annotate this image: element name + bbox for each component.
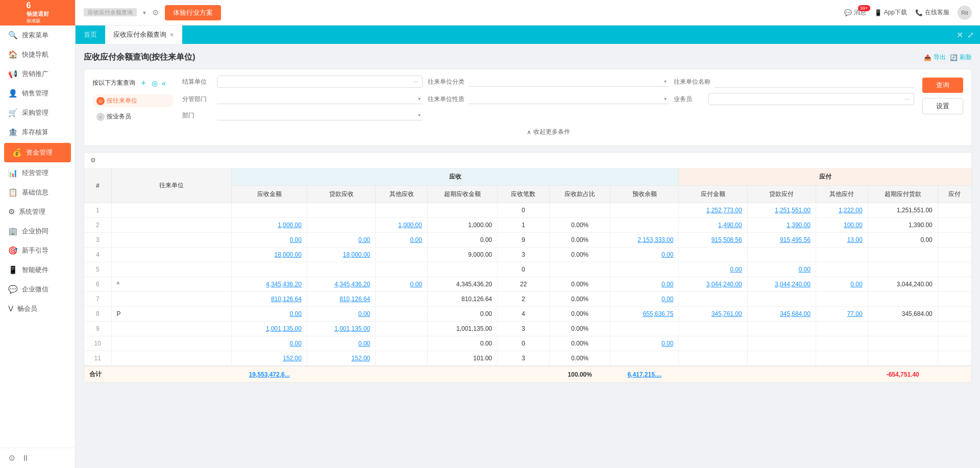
table-cell[interactable]: 0.00 [610, 277, 679, 292]
partner-nature-select[interactable]: ▾ [469, 94, 668, 104]
app-download-button[interactable]: 📱 App下载 [874, 8, 907, 17]
table-cell[interactable] [816, 322, 868, 336]
sidebar-item-basic[interactable]: 📋 基础信息 [0, 183, 75, 202]
table-settings-icon[interactable]: ⚙ [90, 157, 96, 164]
table-cell[interactable]: 0.00 [307, 307, 375, 322]
table-cell[interactable]: 1,390.00 [747, 218, 816, 233]
sidebar-item-inventory[interactable]: 🏦 库存核算 [0, 122, 75, 142]
tab-home[interactable]: 首页 [76, 26, 105, 44]
table-cell[interactable] [679, 336, 747, 351]
table-cell[interactable]: 1,490.00 [679, 218, 747, 233]
table-cell[interactable] [376, 262, 428, 277]
sidebar-item-operations[interactable]: 📊 经营管理 [0, 163, 75, 183]
table-cell[interactable] [610, 322, 679, 336]
table-cell[interactable]: 0.00 [679, 262, 747, 277]
table-cell[interactable]: 4,345,436.20 [307, 277, 375, 292]
table-cell[interactable] [376, 307, 428, 322]
table-cell[interactable] [376, 203, 428, 218]
table-cell[interactable] [679, 351, 747, 366]
table-cell[interactable] [610, 262, 679, 277]
filter-collapse-left-icon[interactable]: « [162, 79, 166, 87]
user-avatar[interactable]: Rit [958, 6, 972, 20]
sidebar-item-sales[interactable]: 👤 销售管理 [0, 84, 75, 103]
table-cell[interactable] [747, 336, 816, 351]
table-cell[interactable] [610, 351, 679, 366]
tab-close-icon[interactable]: ✕ [169, 32, 174, 38]
table-cell[interactable] [376, 336, 428, 351]
partner-category-select[interactable]: ▾ [469, 77, 668, 87]
table-cell[interactable] [232, 203, 307, 218]
table-cell[interactable]: 810,126.64 [307, 292, 375, 307]
table-cell[interactable]: 0.00 [747, 262, 816, 277]
messages-button[interactable]: 💬 消息 99+ [844, 8, 866, 17]
table-cell[interactable]: 100.00 [816, 218, 868, 233]
table-cell[interactable] [610, 203, 679, 218]
table-cell[interactable]: 0.00 [610, 336, 679, 351]
sidebar-item-finance[interactable]: 💰 资金管理 [4, 143, 71, 162]
filter-add-icon[interactable]: ＋ [139, 78, 148, 88]
breadcrumb-chevron-icon[interactable]: ▾ [143, 9, 146, 16]
table-cell[interactable] [307, 262, 375, 277]
tab-receivable-query[interactable]: 应收应付余额查询 ✕ [105, 26, 182, 44]
department-select[interactable]: ▾ [217, 110, 423, 120]
table-cell[interactable] [816, 336, 868, 351]
table-cell[interactable]: 1,001,135.00 [307, 322, 375, 336]
table-cell[interactable]: 18,000.00 [232, 248, 307, 262]
table-cell[interactable]: 1,251,551.00 [747, 203, 816, 218]
table-cell[interactable]: 3,044,240.00 [679, 277, 747, 292]
sidebar-item-purchase[interactable]: 🛒 采购管理 [0, 103, 75, 122]
table-cell[interactable]: 3,044,240.00 [747, 277, 816, 292]
table-cell[interactable]: 1,000.00 [232, 218, 307, 233]
table-cell[interactable]: 0.00 [816, 277, 868, 292]
table-cell[interactable]: 345,761.00 [679, 307, 747, 322]
table-cell[interactable] [816, 248, 868, 262]
table-cell[interactable]: 0.00 [232, 233, 307, 248]
table-cell[interactable] [376, 248, 428, 262]
sidebar-item-quick-nav[interactable]: 🏠 快捷导航 [0, 45, 75, 64]
table-cell[interactable]: 152.00 [232, 351, 307, 366]
dept-supervisor-select[interactable]: ▾ [217, 94, 423, 104]
tab-close-window-icon[interactable]: ✕ [957, 30, 963, 40]
sidebar-item-system[interactable]: ⚙ 系统管理 [0, 202, 75, 221]
table-cell[interactable]: 0.00 [376, 277, 428, 292]
table-cell[interactable]: 655,636.75 [610, 307, 679, 322]
sidebar-item-member[interactable]: Ⅴ 畅会员 [0, 299, 75, 318]
sidebar-item-guide[interactable]: 🎯 新手引导 [0, 241, 75, 260]
table-cell[interactable] [747, 248, 816, 262]
table-cell[interactable]: 0.00 [232, 336, 307, 351]
footer-collapse-icon[interactable]: ⏸ [21, 454, 30, 463]
table-cell[interactable]: 0.00 [307, 336, 375, 351]
table-cell[interactable]: 1,252,773.00 [679, 203, 747, 218]
export-button[interactable]: 📤 导出 [924, 53, 946, 62]
filter-settings-icon[interactable]: ◎ [152, 79, 158, 87]
settlement-unit-input[interactable]: ··· [217, 76, 423, 88]
table-cell[interactable]: 0.00 [376, 233, 428, 248]
query-button[interactable]: 查询 [922, 78, 963, 93]
table-cell[interactable] [816, 292, 868, 307]
table-cell[interactable]: 810,126.64 [232, 292, 307, 307]
settings-button[interactable]: 设置 [922, 98, 963, 114]
partner-name-input[interactable] [715, 76, 914, 88]
collapse-bar[interactable]: ∧ 收起更多条件 [182, 125, 914, 139]
sidebar-item-marketing[interactable]: 📢 营销推广 [0, 64, 75, 84]
header-gear-icon[interactable]: ⚙ [152, 8, 159, 17]
table-cell[interactable]: 13.00 [816, 233, 868, 248]
tab-fullscreen-icon[interactable]: ⤢ [967, 30, 974, 40]
table-cell[interactable]: 915,508.56 [679, 233, 747, 248]
footer-settings-icon[interactable]: ⚙ [8, 453, 15, 463]
customer-service-button[interactable]: 📞 在线客服 [915, 8, 949, 17]
table-cell[interactable]: 0.00 [610, 292, 679, 307]
table-cell[interactable] [376, 322, 428, 336]
table-cell[interactable]: 152.00 [307, 351, 375, 366]
table-cell[interactable] [747, 322, 816, 336]
table-cell[interactable] [679, 322, 747, 336]
table-cell[interactable]: 77.00 [816, 307, 868, 322]
table-cell[interactable] [610, 218, 679, 233]
solution-button[interactable]: 体验行业方案 [165, 5, 221, 20]
table-cell[interactable] [747, 292, 816, 307]
table-cell[interactable]: 915,495.56 [747, 233, 816, 248]
table-cell[interactable]: 2,153,333.00 [610, 233, 679, 248]
table-cell[interactable]: 0.00 [307, 233, 375, 248]
table-cell[interactable] [747, 351, 816, 366]
table-cell[interactable]: 18,000.00 [307, 248, 375, 262]
